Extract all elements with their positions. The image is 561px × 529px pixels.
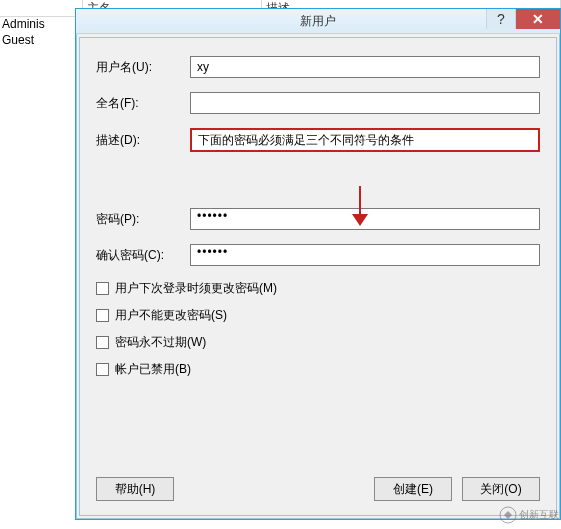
checkbox-icon[interactable]	[96, 363, 109, 376]
list-item[interactable]: Adminis	[0, 16, 75, 32]
dialog-client-area: 用户名(U): 全名(F): 描述(D): 密码(P): •••••• 确认密码…	[79, 37, 557, 516]
create-button[interactable]: 创建(E)	[374, 477, 452, 501]
description-input[interactable]	[190, 128, 540, 152]
check-cannot-change[interactable]: 用户不能更改密码(S)	[96, 307, 540, 324]
confirm-password-input[interactable]: ••••••	[190, 244, 540, 266]
check-label: 密码永不过期(W)	[115, 334, 206, 351]
button-bar: 帮助(H) 创建(E) 关闭(O)	[96, 477, 540, 501]
help-button[interactable]: ?	[486, 9, 515, 29]
confirm-password-label: 确认密码(C):	[96, 247, 190, 264]
fullname-input[interactable]	[190, 92, 540, 114]
check-must-change[interactable]: 用户下次登录时须更改密码(M)	[96, 280, 540, 297]
username-input[interactable]	[190, 56, 540, 78]
username-label: 用户名(U):	[96, 59, 190, 76]
check-label: 用户下次登录时须更改密码(M)	[115, 280, 277, 297]
check-disabled[interactable]: 帐户已禁用(B)	[96, 361, 540, 378]
new-user-dialog: 新用户 ? ✕ 用户名(U): 全名(F): 描述(D): 密码(P): •••…	[75, 8, 561, 520]
titlebar[interactable]: 新用户 ? ✕	[76, 9, 560, 34]
close-button[interactable]: 关闭(O)	[462, 477, 540, 501]
close-icon[interactable]: ✕	[515, 9, 560, 29]
check-label: 帐户已禁用(B)	[115, 361, 191, 378]
checkbox-icon[interactable]	[96, 282, 109, 295]
check-label: 用户不能更改密码(S)	[115, 307, 227, 324]
check-never-expire[interactable]: 密码永不过期(W)	[96, 334, 540, 351]
background-user-list: Adminis Guest	[0, 16, 75, 48]
checkbox-group: 用户下次登录时须更改密码(M) 用户不能更改密码(S) 密码永不过期(W) 帐户…	[96, 280, 540, 378]
password-label: 密码(P):	[96, 211, 190, 228]
fullname-label: 全名(F):	[96, 95, 190, 112]
help-action-button[interactable]: 帮助(H)	[96, 477, 174, 501]
checkbox-icon[interactable]	[96, 336, 109, 349]
description-label: 描述(D):	[96, 132, 190, 149]
password-input[interactable]: ••••••	[190, 208, 540, 230]
list-item[interactable]: Guest	[0, 32, 75, 48]
checkbox-icon[interactable]	[96, 309, 109, 322]
col-header-empty	[0, 0, 83, 16]
